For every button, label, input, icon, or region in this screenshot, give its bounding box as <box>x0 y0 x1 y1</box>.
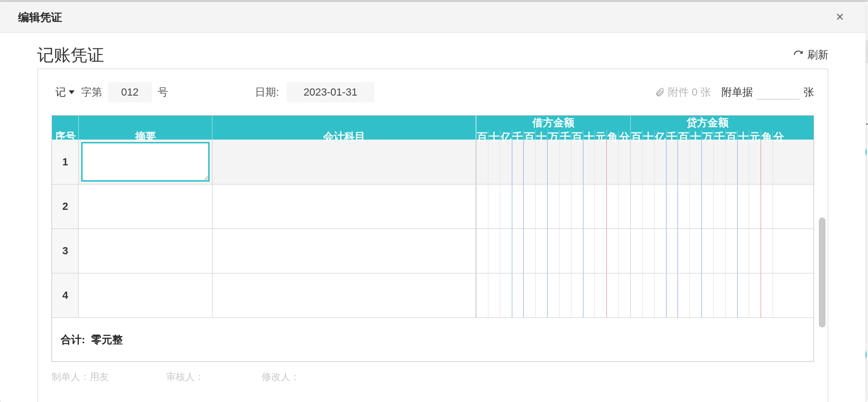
amount-cell[interactable] <box>512 273 524 317</box>
amount-cell[interactable] <box>524 273 536 317</box>
amount-cell[interactable] <box>690 185 702 228</box>
amount-cell[interactable] <box>714 273 726 317</box>
refresh-button[interactable]: 刷新 <box>793 48 828 62</box>
amount-cell[interactable] <box>738 185 750 228</box>
amount-cell[interactable] <box>536 185 548 228</box>
amount-cell[interactable] <box>572 140 583 184</box>
amount-cell[interactable] <box>572 273 583 317</box>
amount-cell[interactable] <box>595 140 607 184</box>
amount-cell[interactable] <box>761 273 773 317</box>
amount-cell[interactable] <box>583 273 595 317</box>
amount-cell[interactable] <box>761 185 773 228</box>
amount-cell[interactable] <box>643 273 655 317</box>
amount-cell[interactable] <box>667 185 678 228</box>
amount-cell[interactable] <box>488 273 500 317</box>
amount-cell[interactable] <box>667 273 678 317</box>
amount-cell[interactable] <box>512 185 524 228</box>
amount-cell[interactable] <box>512 229 524 273</box>
amount-cell[interactable] <box>607 140 619 184</box>
amount-cell[interactable] <box>738 140 750 184</box>
summary-cell[interactable] <box>79 140 212 184</box>
amount-cell[interactable] <box>714 229 726 273</box>
amount-cell[interactable] <box>500 229 512 273</box>
amount-cell[interactable] <box>714 185 726 228</box>
amount-cell[interactable] <box>702 273 714 317</box>
modal-close-button[interactable]: ✕ <box>832 10 847 25</box>
amount-cell[interactable] <box>560 140 572 184</box>
amount-cell[interactable] <box>726 185 738 228</box>
amount-cell[interactable] <box>714 140 726 184</box>
amount-cell[interactable] <box>631 140 643 184</box>
summary-cell[interactable] <box>79 185 212 228</box>
amount-cell[interactable] <box>702 185 714 228</box>
amount-cell[interactable] <box>631 273 643 317</box>
amount-cell[interactable] <box>607 185 619 228</box>
amount-cell[interactable] <box>512 140 524 184</box>
amount-cell[interactable] <box>524 185 536 228</box>
account-cell[interactable] <box>212 140 476 184</box>
amount-cell[interactable] <box>500 185 512 228</box>
amount-cell[interactable] <box>548 140 560 184</box>
amount-cell[interactable] <box>773 185 784 228</box>
amount-cell[interactable] <box>572 185 583 228</box>
scrollbar-track[interactable] <box>819 217 826 327</box>
amount-cell[interactable] <box>761 229 773 273</box>
amount-cell[interactable] <box>560 185 572 228</box>
amount-cell[interactable] <box>595 185 607 228</box>
amount-cell[interactable] <box>536 229 548 273</box>
amount-cell[interactable] <box>595 229 607 273</box>
scrollbar-thumb[interactable] <box>819 217 826 327</box>
account-cell[interactable] <box>212 185 476 228</box>
amount-cell[interactable] <box>773 140 784 184</box>
amount-cell[interactable] <box>619 229 630 273</box>
amount-cell[interactable] <box>678 185 690 228</box>
amount-cell[interactable] <box>643 140 655 184</box>
amount-cell[interactable] <box>631 185 643 228</box>
amount-cell[interactable] <box>702 229 714 273</box>
amount-cell[interactable] <box>476 140 488 184</box>
amount-cell[interactable] <box>619 185 630 228</box>
amount-cell[interactable] <box>595 273 607 317</box>
amount-cell[interactable] <box>619 273 630 317</box>
voucher-type-select[interactable]: 记 <box>52 83 78 101</box>
amount-cell[interactable] <box>749 140 761 184</box>
amount-cell[interactable] <box>690 140 702 184</box>
amount-cell[interactable] <box>607 273 619 317</box>
amount-cell[interactable] <box>643 185 655 228</box>
amount-cell[interactable] <box>548 229 560 273</box>
amount-cell[interactable] <box>488 229 500 273</box>
account-cell[interactable] <box>212 273 476 317</box>
amount-cell[interactable] <box>655 185 667 228</box>
amount-cell[interactable] <box>476 273 488 317</box>
amount-cell[interactable] <box>488 140 500 184</box>
amount-cell[interactable] <box>548 273 560 317</box>
amount-cell[interactable] <box>749 273 761 317</box>
amount-cell[interactable] <box>738 273 750 317</box>
amount-cell[interactable] <box>548 185 560 228</box>
amount-cell[interactable] <box>476 185 488 228</box>
attachment-button[interactable]: 附件 0 张 <box>655 85 711 99</box>
amount-cell[interactable] <box>702 140 714 184</box>
amount-cell[interactable] <box>536 140 548 184</box>
summary-cell[interactable] <box>79 273 212 317</box>
amount-cell[interactable] <box>500 273 512 317</box>
amount-cell[interactable] <box>583 229 595 273</box>
amount-cell[interactable] <box>476 229 488 273</box>
amount-cell[interactable] <box>583 185 595 228</box>
amount-cell[interactable] <box>749 229 761 273</box>
amount-cell[interactable] <box>631 229 643 273</box>
fudan-input[interactable] <box>757 85 800 99</box>
amount-cell[interactable] <box>560 229 572 273</box>
table-row[interactable]: 2 <box>52 184 814 228</box>
amount-cell[interactable] <box>678 140 690 184</box>
amount-cell[interactable] <box>678 229 690 273</box>
amount-cell[interactable] <box>761 140 773 184</box>
amount-cell[interactable] <box>690 229 702 273</box>
amount-cell[interactable] <box>738 229 750 273</box>
amount-cell[interactable] <box>667 229 678 273</box>
table-row[interactable]: 3 <box>52 228 814 273</box>
amount-cell[interactable] <box>773 273 784 317</box>
table-row[interactable]: 4 <box>52 273 814 317</box>
amount-cell[interactable] <box>572 229 583 273</box>
amount-cell[interactable] <box>690 273 702 317</box>
